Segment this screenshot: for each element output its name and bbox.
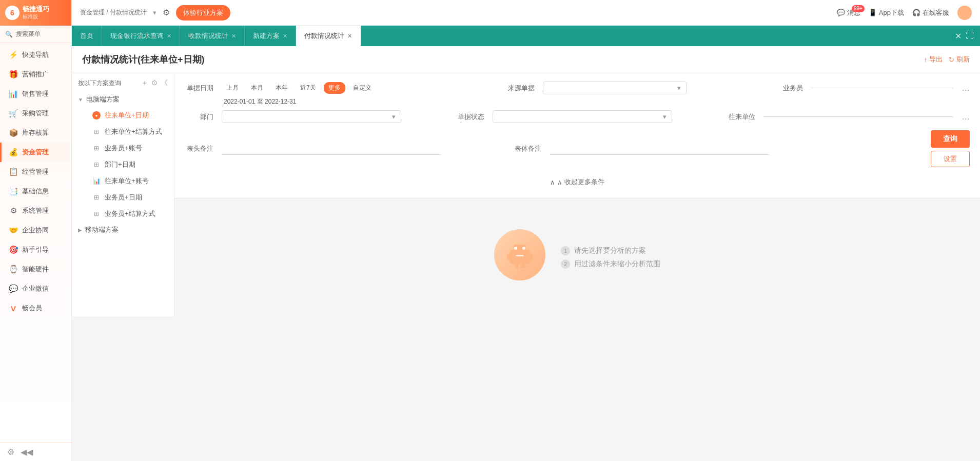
desktop-schemes: ● 往来单位+日期 ⊞ 往来单位+结算方式 ⊞ 业务员+账号 ⊞ 部门+日期: [72, 107, 174, 222]
sidebar-item-label: 系统管理: [22, 206, 49, 215]
sidebar-item-wechat[interactable]: 💬 企业微信: [0, 279, 71, 298]
sidebar-item-marketing[interactable]: 🎁 营销推广: [0, 65, 71, 84]
trial-btn[interactable]: 体验行业方案: [176, 5, 230, 21]
svg-rect-6: [530, 254, 533, 260]
date-btn-last-month[interactable]: 上月: [222, 82, 243, 94]
scheme-item-unit-account[interactable]: 📊 往来单位+账号: [78, 173, 174, 189]
footer-settings-icon[interactable]: ⚙: [7, 447, 14, 457]
table-body-note-input[interactable]: [550, 143, 769, 155]
tab-expand-icon[interactable]: ⛶: [966, 31, 974, 41]
scheme-settings-icon[interactable]: ⊙: [151, 78, 158, 88]
footer-collapse-icon[interactable]: ◀◀: [21, 447, 33, 457]
refresh-btn[interactable]: ↻ 刷新: [949, 55, 970, 64]
scheme-item-staff-settle[interactable]: ⊞ 业务员+结算方式: [78, 206, 174, 222]
scheme-item-label: 往来单位+账号: [105, 176, 149, 186]
sidebar-item-guide[interactable]: 🎯 新手引导: [0, 240, 71, 259]
page-title: 付款情况统计(往来单位+日期): [82, 53, 205, 66]
sidebar-item-hardware[interactable]: ⌚ 智能硬件: [0, 259, 71, 279]
sidebar-footer: ⚙ ◀◀: [0, 443, 71, 461]
svg-rect-8: [521, 264, 525, 268]
topbar: 资金管理 / 付款情况统计 ▾ ⚙ 体验行业方案 💬 消息 99+ 📱 App下…: [72, 0, 980, 26]
sidebar-item-sales[interactable]: 📊 销售管理: [0, 84, 71, 104]
breadcrumb-chevron[interactable]: ▾: [153, 9, 156, 16]
date-btn-last-7days[interactable]: 近7天: [296, 82, 321, 94]
tab-payment-stat[interactable]: 付款情况统计 ✕: [296, 26, 361, 46]
sidebar-item-inventory[interactable]: 📦 库存核算: [0, 123, 71, 143]
sidebar-item-corp[interactable]: 🤝 企业协同: [0, 221, 71, 240]
topbar-gear-icon[interactable]: ⚙: [163, 8, 170, 17]
sidebar-item-member[interactable]: V 畅会员: [0, 298, 71, 318]
app-download-label: App下载: [879, 8, 904, 17]
sidebar-item-operations[interactable]: 📋 经营管理: [0, 162, 71, 182]
scheme-item-label: 业务员+账号: [105, 144, 142, 153]
tab-new-scheme-label: 新建方案: [253, 31, 280, 41]
tab-receivable[interactable]: 收款情况统计 ✕: [180, 26, 245, 46]
dept-select[interactable]: ▾: [222, 110, 401, 123]
tip-num-1: 1: [561, 246, 570, 255]
tab-home[interactable]: 首页: [72, 26, 102, 46]
date-btn-custom[interactable]: 自定义: [348, 82, 376, 94]
export-btn[interactable]: ↑ 导出: [924, 55, 943, 64]
partner-label: 往来单位: [727, 112, 755, 122]
online-service-btn[interactable]: 🎧 在线客服: [912, 8, 949, 17]
sidebar-item-quick-nav[interactable]: ⚡ 快捷导航: [0, 45, 71, 65]
tab-new-scheme-close[interactable]: ✕: [283, 33, 287, 39]
dept-label: 部门: [185, 112, 213, 122]
partner-dots[interactable]: …: [962, 112, 970, 122]
svg-rect-5: [507, 254, 510, 260]
scheme-staff-account-icon: ⊞: [92, 144, 101, 152]
scheme-panel-header-left: 按以下方案查询: [78, 79, 121, 88]
tab-new-scheme[interactable]: 新建方案 ✕: [245, 26, 296, 46]
scheme-collapse-icon[interactable]: 《: [161, 78, 168, 88]
tab-cash-flow-close[interactable]: ✕: [167, 33, 171, 39]
tab-receivable-close[interactable]: ✕: [231, 33, 236, 39]
scheme-category-mobile[interactable]: ▶ 移动端方案: [72, 222, 174, 237]
filter-row-1: 单据日期 上月 本月 本年 近7天 更多 自定义 来源单据: [185, 82, 970, 94]
source-doc-chevron: ▾: [677, 84, 681, 92]
sidebar-item-label: 库存核算: [22, 128, 49, 137]
content: 付款情况统计(往来单位+日期) ↑ 导出 ↻ 刷新 按以下方案查询: [72, 46, 980, 461]
sidebar-item-purchase[interactable]: 🛒 采购管理: [0, 104, 71, 123]
export-icon: ↑: [924, 56, 928, 64]
sidebar-item-basic-info[interactable]: 📑 基础信息: [0, 182, 71, 201]
sidebar-search[interactable]: 🔍 搜索菜单: [0, 26, 71, 43]
sidebar-item-label: 企业协同: [22, 226, 49, 235]
scheme-unit-account-icon: 📊: [92, 177, 101, 185]
table-header-note-input[interactable]: [222, 143, 441, 155]
scheme-item-unit-settle[interactable]: ⊞ 往来单位+结算方式: [78, 124, 174, 140]
scheme-item-staff-account[interactable]: ⊞ 业务员+账号: [78, 140, 174, 156]
scheme-category-desktop[interactable]: ▼ 电脑端方案: [72, 92, 174, 107]
operations-icon: 📋: [9, 167, 18, 176]
doc-status-select[interactable]: ▾: [493, 110, 672, 123]
scheme-item-unit-date[interactable]: ● 往来单位+日期: [78, 107, 174, 124]
date-btn-more[interactable]: 更多: [324, 82, 345, 94]
refresh-icon: ↻: [949, 56, 954, 64]
scheme-add-icon[interactable]: ＋: [141, 78, 148, 88]
user-avatar[interactable]: [957, 6, 972, 20]
scheme-item-staff-date[interactable]: ⊞ 业务员+日期: [78, 189, 174, 206]
message-btn[interactable]: 💬 消息 99+: [837, 8, 860, 17]
date-btn-this-year[interactable]: 本年: [271, 82, 292, 94]
source-doc-select[interactable]: ▾: [543, 82, 687, 94]
sidebar-item-label: 经营管理: [22, 167, 49, 176]
collapse-conditions-btn[interactable]: ∧ ∧ 收起更多条件: [542, 174, 613, 190]
tip-num-2: 2: [561, 259, 570, 269]
guide-icon: 🎯: [9, 245, 18, 254]
query-btn[interactable]: 查询: [931, 130, 970, 148]
tab-close-all-icon[interactable]: ✕: [955, 31, 962, 41]
app-download-btn[interactable]: 📱 App下载: [869, 8, 904, 17]
settings-btn[interactable]: 设置: [931, 151, 970, 167]
sidebar-item-system[interactable]: ⚙ 系统管理: [0, 201, 71, 221]
system-icon: ⚙: [9, 206, 18, 215]
table-header-note-label: 表头备注: [185, 144, 213, 153]
tab-payment-stat-close[interactable]: ✕: [347, 33, 352, 39]
sidebar-item-finance[interactable]: 💰 资金管理: [0, 143, 71, 162]
wechat-icon: 💬: [9, 284, 18, 293]
staff-dots[interactable]: …: [962, 84, 970, 93]
date-btn-this-month[interactable]: 本月: [246, 82, 268, 94]
sidebar-item-label: 快捷导航: [22, 50, 49, 59]
corp-icon: 🤝: [9, 226, 18, 235]
tab-cash-flow[interactable]: 现金银行流水查询 ✕: [102, 26, 180, 46]
scheme-item-dept-date[interactable]: ⊞ 部门+日期: [78, 156, 174, 173]
svg-rect-4: [516, 255, 524, 256]
